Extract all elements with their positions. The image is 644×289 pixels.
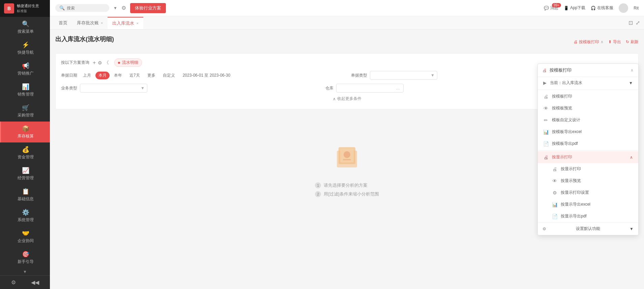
dropdown-close-arrow[interactable]: ∧ — [631, 68, 634, 73]
tab-flow[interactable]: 出入库流水 × — [108, 17, 143, 29]
sidebar-item-marketing[interactable]: 📢 营销推广 — [0, 59, 50, 80]
refresh-label: 刷新 — [631, 39, 639, 45]
tab-home[interactable]: 首页 — [54, 17, 72, 29]
dropdown-current[interactable]: ▶ 当前：出入库流水 ▼ — [538, 77, 638, 89]
sidebar-logo: B 畅捷通好生意 标准版 — [0, 0, 50, 17]
message-btn[interactable]: 💬 消息 99+ — [544, 5, 558, 11]
dropdown-item-display-excel[interactable]: 📊 按显示导出excel — [538, 199, 638, 210]
sidebar-item-label: 经营管理 — [18, 175, 34, 181]
sidebar-item-label: 销售管理 — [18, 91, 34, 97]
dropdown-section-display[interactable]: 🖨 按显示打印 ∧ — [538, 151, 638, 163]
warehouse-selector[interactable]: … — [336, 84, 404, 93]
sidebar-item-inventory[interactable]: 📦 库存核算 — [0, 122, 50, 142]
scroll-down-arrow[interactable]: ▼ — [0, 268, 50, 275]
online-service-btn[interactable]: 🎧 在线客服 — [591, 5, 613, 11]
sidebar-nav: 🔍 搜索菜单 ⚡ 快捷导航 📢 营销推广 📊 销售管理 🛒 采购管理 📦 — [0, 17, 50, 268]
dropdown-footer[interactable]: ⚙ 设置默认功能 ▼ — [538, 222, 638, 235]
tab-batch[interactable]: 库存批次账 × — [72, 17, 108, 29]
sidebar-item-system[interactable]: ⚙️ 系统管理 — [0, 205, 50, 226]
logo-text: 畅捷通好生意 — [17, 3, 39, 8]
print-icon: 🖨 — [574, 40, 578, 44]
date-btn-custom[interactable]: 自定义 — [160, 72, 178, 79]
export-btn[interactable]: ⬆ 导出 — [608, 39, 621, 45]
header-gear-icon[interactable]: ⚙ — [121, 5, 126, 11]
empty-illustration — [330, 140, 364, 174]
sidebar-item-label: 采购管理 — [18, 112, 34, 118]
refresh-btn[interactable]: ↻ 刷新 — [626, 39, 639, 45]
display-settings-label: 按显示打印设置 — [561, 190, 589, 195]
display-preview-icon: 👁 — [552, 178, 557, 184]
sidebar-footer: ⚙ ◀◀ — [0, 275, 50, 289]
guide-icon: 🎯 — [22, 251, 29, 258]
display-excel-icon: 📊 — [552, 202, 557, 207]
user-avatar[interactable] — [619, 3, 628, 13]
filter-tag-label: 流水明细 — [122, 60, 138, 65]
sidebar-item-label: 新手引导 — [18, 259, 34, 265]
refresh-icon: ↻ — [626, 40, 629, 44]
dropdown-item-template-custom[interactable]: ✏ 模板自定义设计 — [538, 114, 638, 126]
filter-collapse-btn[interactable]: 《 — [104, 60, 109, 66]
business-type-label: 业务类型 — [61, 85, 77, 91]
industry-btn[interactable]: 体验行业方案 — [130, 3, 166, 13]
business-type-select-wrapper: ▼ — [80, 84, 147, 93]
tab-expand-btn[interactable]: ⤢ — [636, 20, 640, 26]
date-btn-last-month[interactable]: 上月 — [80, 72, 94, 79]
display-pdf-icon: 📄 — [552, 214, 557, 219]
display-settings-icon: ⚙ — [552, 190, 557, 195]
filter-section-label: 按以下方案查询 — [61, 60, 89, 65]
sidebar-item-finance[interactable]: 💰 资金管理 — [0, 142, 50, 163]
app-download-label: App下载 — [570, 5, 585, 11]
print-template-label: 按模板打印 — [579, 39, 599, 45]
print-dropdown-arrow[interactable]: ∧ — [601, 40, 604, 44]
date-btn-more[interactable]: 更多 — [144, 72, 158, 79]
sidebar-item-enterprise[interactable]: 🤝 企业协同 — [0, 226, 50, 247]
dropdown-item-display-print[interactable]: 🖨 按显示打印 — [538, 163, 638, 175]
date-btn-this-year[interactable]: 本年 — [111, 72, 125, 79]
dropdown-item-template-excel[interactable]: 📊 按模板导出excel — [538, 126, 638, 138]
tab-flow-close[interactable]: × — [136, 21, 138, 25]
filter-settings-btn[interactable]: ⚙ — [98, 60, 102, 65]
dropdown-current-icon: ▶ — [543, 80, 547, 85]
tab-batch-close[interactable]: × — [101, 21, 103, 25]
date-btn-this-month[interactable]: 本月 — [95, 72, 110, 79]
print-template-btn[interactable]: 🖨 按模板打印 ∧ — [574, 39, 604, 45]
sidebar-item-purchase[interactable]: 🛒 采购管理 — [0, 101, 50, 122]
sidebar-item-guide[interactable]: 🎯 新手引导 — [0, 247, 50, 268]
enterprise-icon: 🤝 — [22, 230, 29, 237]
sidebar-item-operation[interactable]: 📈 经营管理 — [0, 163, 50, 184]
dropdown-item-display-settings[interactable]: ⚙ 按显示打印设置 — [538, 187, 638, 199]
tab-restore-btn[interactable]: ⊡ — [628, 20, 633, 26]
header-search-bar[interactable]: 🔍 — [55, 4, 109, 12]
business-type-select[interactable] — [80, 84, 147, 93]
template-print-icon: 🖨 — [543, 94, 549, 99]
step-1-num: 1 — [315, 182, 321, 188]
print-dropdown-panel: 🖨 按模板打印 ∧ ▶ 当前：出入库流水 ▼ 🖨 按模板打印 — [537, 63, 639, 235]
sidebar-item-quick-nav[interactable]: ⚡ 快捷导航 — [0, 38, 50, 59]
dropdown-item-display-preview[interactable]: 👁 按显示预览 — [538, 175, 638, 187]
dropdown-item-display-pdf[interactable]: 📄 按显示导出pdf — [538, 210, 638, 222]
empty-step-1: 1 请先选择要分析的方案 — [315, 181, 379, 190]
date-range-display[interactable]: 2023-06-01 至 2023-06-30 — [183, 73, 230, 78]
search-dropdown-arrow[interactable]: ▼ — [113, 6, 117, 10]
sidebar-item-sales[interactable]: 📊 销售管理 — [0, 80, 50, 101]
dropdown-item-template-print[interactable]: 🖨 按模板打印 — [538, 90, 638, 102]
fold-icon[interactable]: ◀◀ — [31, 279, 39, 286]
filter-add-btn[interactable]: + — [93, 60, 96, 66]
display-excel-label: 按显示导出excel — [561, 202, 590, 207]
sidebar-item-search[interactable]: 🔍 搜索菜单 — [0, 17, 50, 38]
display-preview-label: 按显示预览 — [561, 178, 581, 184]
search-input[interactable] — [67, 6, 100, 10]
sidebar-item-basic[interactable]: 📋 基础信息 — [0, 184, 50, 205]
warehouse-more-icon[interactable]: … — [396, 86, 400, 90]
dropdown-item-template-pdf[interactable]: 📄 按模板导出pdf — [538, 138, 638, 150]
settings-footer-icon[interactable]: ⚙ — [11, 279, 16, 286]
app-download-btn[interactable]: 📱 App下载 — [564, 5, 585, 11]
main-content: 🔍 ▼ ⚙ 体验行业方案 💬 消息 99+ 📱 App下载 🎧 — [50, 0, 644, 289]
dropdown-item-template-preview[interactable]: 👁 按模板预览 — [538, 102, 638, 114]
step-2-label: 用[过滤]条件来缩小分析范围 — [324, 190, 379, 199]
date-btn-7days[interactable]: 近7天 — [126, 72, 143, 79]
quick-nav-icon: ⚡ — [22, 41, 29, 49]
business-type-group: 业务类型 ▼ — [61, 84, 317, 93]
type-select[interactable] — [370, 71, 437, 80]
filter-active-tag[interactable]: 流水明细 — [114, 58, 142, 67]
